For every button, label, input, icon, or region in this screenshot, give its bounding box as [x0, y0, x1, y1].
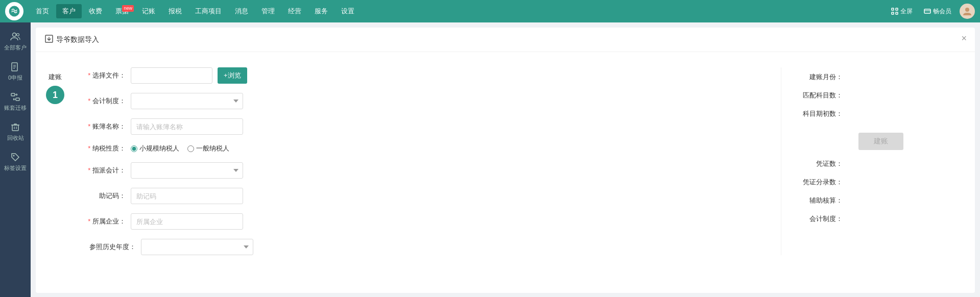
- member-label: 畅会员: [933, 7, 951, 16]
- form-left: 建账 1 选择文件： +浏览 会计制度：: [46, 67, 781, 255]
- match-subjects-label: 匹配科目数：: [797, 91, 843, 100]
- nav-item-service[interactable]: 服务: [308, 4, 334, 18]
- nav-item-manage[interactable]: 管理: [255, 4, 281, 18]
- users-icon: [10, 32, 20, 42]
- tax-type-row: 纳税性质： 小规模纳税人 一般纳税人: [85, 144, 781, 153]
- ledger-name-input[interactable]: [131, 118, 243, 135]
- sidebar-label-customers: 全部客户: [4, 44, 27, 52]
- tax-type-label: 纳税性质：: [85, 144, 126, 153]
- account-system-info-row: 会计制度：: [797, 214, 965, 224]
- voucher-num-label: 凭证数：: [797, 159, 843, 168]
- ref-history-year-select[interactable]: [141, 239, 253, 255]
- nav-right: 全屏 畅会员: [888, 4, 975, 19]
- svg-point-20: [13, 155, 15, 157]
- tax-small-option[interactable]: 小规模纳税人: [131, 144, 179, 153]
- nav-items: 首页 客户 收费 票据 new 记账 报税 工商项目 消息 管理 经营 服务 设…: [30, 4, 888, 18]
- nav-item-fee[interactable]: 收费: [83, 4, 108, 18]
- build-month-label: 建账月份：: [797, 72, 843, 82]
- card-header: 导爷数据导入: [36, 28, 975, 52]
- file-label: 选择文件：: [85, 71, 126, 80]
- sidebar-item-zero-report[interactable]: 0申报: [0, 57, 31, 87]
- step-indicator: 建账 1: [46, 67, 64, 255]
- subject-init-row: 科目期初数：: [797, 109, 965, 118]
- user-avatar[interactable]: [960, 4, 975, 19]
- match-subjects-row: 匹配科目数：: [797, 91, 965, 100]
- ledger-name-row: 账簿名称：: [85, 118, 781, 135]
- avatar-icon: [962, 6, 972, 16]
- nav-item-operation[interactable]: 经营: [282, 4, 307, 18]
- svg-point-7: [965, 8, 969, 12]
- ledger-name-label: 账簿名称：: [85, 122, 126, 131]
- assign-accountant-label: 指派会计：: [85, 166, 126, 175]
- create-account-button[interactable]: 建账: [858, 133, 903, 150]
- aux-calc-label: 辅助核算：: [797, 196, 843, 205]
- account-system-select[interactable]: [131, 93, 243, 109]
- browse-button[interactable]: +浏览: [218, 67, 247, 84]
- sidebar-item-migrate[interactable]: 账套迁移: [0, 87, 31, 117]
- import-card: 导爷数据导入 × 建账 1 选择文件： +浏览: [36, 28, 975, 293]
- ref-history-year-label: 参照历史年度：: [85, 242, 136, 252]
- voucher-entries-row: 凭证分录数：: [797, 178, 965, 187]
- svg-point-8: [13, 33, 16, 37]
- owner-company-input[interactable]: [131, 213, 243, 230]
- form-fields: 选择文件： +浏览 会计制度： 账簿名称：: [85, 67, 781, 255]
- step-circle: 1: [46, 86, 64, 104]
- nav-item-message[interactable]: 消息: [229, 4, 254, 18]
- member-button[interactable]: 畅会员: [921, 5, 954, 18]
- tax-general-option[interactable]: 一般纳税人: [187, 144, 229, 153]
- svg-rect-2: [896, 8, 898, 10]
- ref-history-year-row: 参照历史年度：: [85, 239, 781, 255]
- card-title: 导爷数据导入: [56, 35, 99, 44]
- voucher-entries-label: 凭证分录数：: [797, 178, 843, 187]
- owner-company-row: 所属企业：: [85, 213, 781, 230]
- aux-calc-row: 辅助核算：: [797, 196, 965, 205]
- account-system-info-label: 会计制度：: [797, 214, 843, 224]
- step-label: 建账: [49, 72, 62, 82]
- top-nav: 首页 客户 收费 票据 new 记账 报税 工商项目 消息 管理 经营 服务 设…: [0, 0, 980, 22]
- sidebar-item-tags[interactable]: 标签设置: [0, 147, 31, 177]
- nav-item-invoice[interactable]: 票据 new: [109, 4, 135, 18]
- sidebar: 全部客户 0申报 账套迁移 回收站: [0, 22, 31, 297]
- fullscreen-icon: [891, 8, 898, 15]
- assign-accountant-row: 指派会计：: [85, 162, 781, 179]
- migrate-icon: [10, 92, 20, 102]
- sidebar-item-all-customers[interactable]: 全部客户: [0, 27, 31, 57]
- fullscreen-label: 全屏: [900, 7, 913, 16]
- svg-rect-4: [896, 12, 898, 14]
- sidebar-item-recycle[interactable]: 回收站: [0, 117, 31, 147]
- main-content: 导爷数据导入 × 建账 1 选择文件： +浏览: [31, 22, 980, 297]
- nav-item-tax[interactable]: 报税: [162, 4, 188, 18]
- member-icon: [924, 8, 931, 15]
- voucher-num-row: 凭证数：: [797, 159, 965, 168]
- svg-rect-5: [924, 9, 930, 13]
- nav-item-customer[interactable]: 客户: [56, 4, 82, 18]
- account-system-row: 会计制度：: [85, 93, 781, 109]
- memo-code-input[interactable]: [131, 188, 243, 204]
- nav-item-business[interactable]: 工商项目: [189, 4, 228, 18]
- build-month-row: 建账月份：: [797, 72, 965, 82]
- tax-small-label: 小规模纳税人: [139, 144, 179, 153]
- sidebar-label-recycle: 回收站: [7, 134, 24, 142]
- svg-point-9: [17, 34, 19, 36]
- sidebar-label-zeroreport: 0申报: [8, 74, 22, 82]
- nav-item-home[interactable]: 首页: [30, 4, 55, 18]
- trash-icon: [10, 122, 20, 132]
- sidebar-label-tags: 标签设置: [4, 164, 27, 172]
- owner-company-label: 所属企业：: [85, 217, 126, 226]
- nav-logo[interactable]: [5, 2, 23, 20]
- svg-rect-1: [892, 8, 894, 10]
- file-row: 选择文件： +浏览: [85, 67, 781, 84]
- subject-init-label: 科目期初数：: [797, 109, 843, 118]
- fullscreen-button[interactable]: 全屏: [888, 5, 916, 18]
- account-system-label: 会计制度：: [85, 96, 126, 106]
- logo-icon: [9, 6, 20, 17]
- svg-rect-3: [892, 12, 894, 14]
- tax-general-label: 一般纳税人: [196, 144, 229, 153]
- sidebar-label-migrate: 账套迁移: [4, 104, 27, 112]
- svg-rect-14: [11, 93, 15, 96]
- assign-accountant-select[interactable]: [131, 162, 243, 179]
- file-input[interactable]: [131, 67, 212, 84]
- close-button[interactable]: ×: [961, 34, 967, 43]
- nav-item-settings[interactable]: 设置: [335, 4, 361, 18]
- nav-item-bookkeeping[interactable]: 记账: [136, 4, 161, 18]
